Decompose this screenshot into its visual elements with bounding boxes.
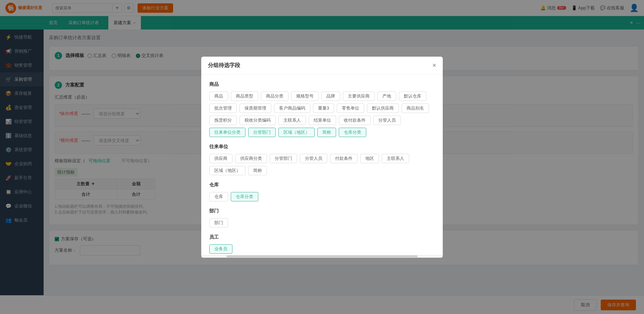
field-tag-partner-contact[interactable]: 主联系人 <box>382 154 409 163</box>
dept-field-tags: 部门 <box>209 218 435 228</box>
field-tag-shortname[interactable]: 简称 <box>317 128 336 137</box>
field-tag-shelf[interactable]: 保质期管理 <box>239 104 271 113</box>
modal-hscrollbar-thumb <box>226 255 418 257</box>
field-tag-area[interactable]: 地区 <box>360 154 379 163</box>
field-tag-goods-cat[interactable]: 商品分类 <box>261 91 288 101</box>
goods-field-tags: 商品 商品类型 商品分类 规格型号 品牌 主要供应商 产地 默认仓库 批次管理 … <box>209 91 435 137</box>
field-tag-partner-region[interactable]: 区域（地区） <box>209 166 246 175</box>
field-tag-goods-type[interactable]: 商品类型 <box>231 91 258 101</box>
field-tag-department[interactable]: 部门 <box>209 218 228 228</box>
field-tag-biz-cat[interactable]: 往来单位分类 <box>209 128 246 137</box>
modal-section-goods-title: 商品 <box>209 81 435 87</box>
modal-section-dept-title: 部门 <box>209 208 435 214</box>
modal-section-employee-title: 员工 <box>209 234 435 240</box>
field-tag-alias[interactable]: 商品别名 <box>401 104 429 113</box>
field-tag-dept[interactable]: 分管部门 <box>248 128 276 137</box>
modal-title: 分组待选字段 <box>208 62 240 69</box>
field-tag-main-supplier[interactable]: 主要供应商 <box>343 91 375 101</box>
modal-overlay: 分组待选字段 × 商品 商品 商品类型 商品分类 规格型号 品牌 主要供应商 产… <box>0 0 644 314</box>
field-tag-retail-unit[interactable]: 零售单位 <box>337 104 364 113</box>
field-tag-partner-dept[interactable]: 分管部门 <box>270 154 297 163</box>
field-tag-supplier[interactable]: 供应商 <box>209 154 232 163</box>
modal-hscrollbar[interactable] <box>201 255 443 258</box>
field-tag-payment-cond[interactable]: 付款条件 <box>330 154 358 163</box>
partner-field-tags: 供应商 供应商分类 分管部门 分管人员 付款条件 地区 主联系人 区域（地区） … <box>209 154 435 175</box>
modal-section-partner-title: 往来单位 <box>209 144 435 150</box>
modal-body[interactable]: 商品 商品 商品类型 商品分类 规格型号 品牌 主要供应商 产地 默认仓库 批次… <box>201 75 443 255</box>
field-tag-partner-manager[interactable]: 分管人员 <box>300 154 327 163</box>
field-tag-default-supplier[interactable]: 默认供应商 <box>367 104 399 113</box>
field-tag-partner-shortname[interactable]: 简称 <box>248 166 267 175</box>
modal-dialog: 分组待选字段 × 商品 商品 商品类型 商品分类 规格型号 品牌 主要供应商 产… <box>201 57 443 258</box>
warehouse-field-tags: 仓库 仓库分类 <box>209 192 435 201</box>
field-tag-spec[interactable]: 规格型号 <box>291 91 319 101</box>
field-tag-salesperson[interactable]: 业务员 <box>209 244 232 254</box>
field-tag-main-contact[interactable]: 主联系人 <box>278 116 306 125</box>
field-tag-cust-code[interactable]: 客户商品编码 <box>274 104 310 113</box>
field-tag-batch[interactable]: 批次管理 <box>209 104 237 113</box>
field-tag-warehouse-category[interactable]: 仓库分类 <box>231 192 258 201</box>
field-tag-brand[interactable]: 品牌 <box>321 91 340 101</box>
modal-section-warehouse: 仓库 仓库 仓库分类 <box>209 182 435 201</box>
field-tag-pick-score[interactable]: 拣货积分 <box>209 116 237 125</box>
field-tag-goods[interactable]: 商品 <box>209 91 228 101</box>
field-tag-default-warehouse[interactable]: 默认仓库 <box>399 91 426 101</box>
modal-section-warehouse-title: 仓库 <box>209 182 435 188</box>
field-tag-supplier-cat[interactable]: 供应商分类 <box>235 154 267 163</box>
employee-field-tags: 业务员 <box>209 244 435 254</box>
field-tag-warehouse-cat[interactable]: 仓库分类 <box>339 128 366 137</box>
modal-section-employee: 员工 业务员 <box>209 234 435 254</box>
field-tag-weight[interactable]: 重量3 <box>313 104 334 113</box>
field-tag-region[interactable]: 区域（地区） <box>278 128 315 137</box>
modal-header: 分组待选字段 × <box>201 57 443 75</box>
field-tag-origin[interactable]: 产地 <box>377 91 396 101</box>
modal-section-partner: 往来单位 供应商 供应商分类 分管部门 分管人员 付款条件 地区 主联系人 区域… <box>209 144 435 175</box>
field-tag-settle-unit[interactable]: 结算单位 <box>309 116 336 125</box>
modal-section-goods: 商品 商品 商品类型 商品分类 规格型号 品牌 主要供应商 产地 默认仓库 批次… <box>209 81 435 137</box>
field-tag-warehouse[interactable]: 仓库 <box>209 192 228 201</box>
modal-close-btn[interactable]: × <box>432 62 436 68</box>
field-tag-manager[interactable]: 分管人员 <box>373 116 401 125</box>
modal-section-dept: 部门 部门 <box>209 208 435 228</box>
field-tag-payment-term[interactable]: 收付款条件 <box>339 116 371 125</box>
field-tag-tax-code[interactable]: 税收分类编码 <box>239 116 276 125</box>
